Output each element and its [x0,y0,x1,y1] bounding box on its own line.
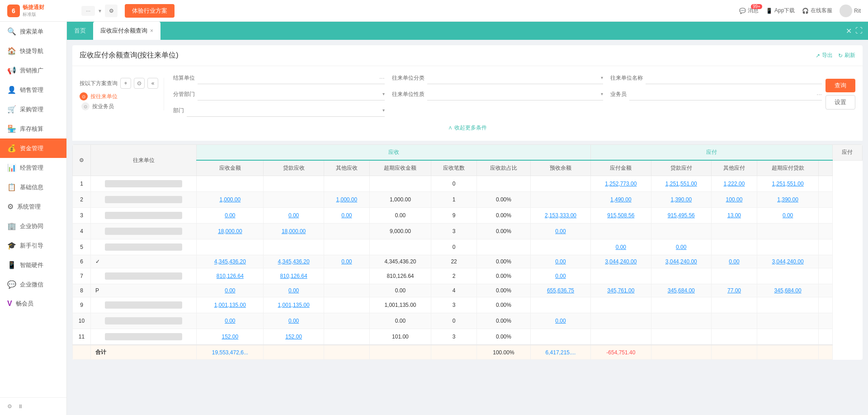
th-payable-amount: 应付金额 [591,160,651,176]
sidebar-item-business[interactable]: 📊 经营管理 [0,158,66,177]
collapse-icon: ∧ [448,124,454,131]
sidebar-item-sales[interactable]: 👤 销售管理 [0,80,66,100]
sidebar-item-search[interactable]: 🔍 搜索菜单 [0,22,66,41]
tab-expand-btn[interactable]: ⛶ [855,27,863,35]
total-row: 合计 19,553,472,6... 100.00% 6,417,215....… [73,345,863,360]
tab-close-icon[interactable]: × [150,28,153,34]
filter-collapse-btn[interactable]: « [147,78,158,89]
sidebar-item-guide[interactable]: 🎓 新手引导 [0,236,66,255]
filter-add-btn[interactable]: + [120,78,131,89]
table-settings-icon[interactable]: ⚙ [79,157,84,163]
sidebar-item-purchase[interactable]: 🛒 采购管理 [0,100,66,119]
gear-button[interactable]: ⚙ [105,5,118,17]
sidebar-item-vip[interactable]: V 畅会员 [0,294,66,313]
sidebar-item-system[interactable]: ⚙ 系统管理 [0,197,66,216]
page-title: 应收应付余额查询(按往来单位) [80,51,179,60]
filter-salesperson-field: 业务员 ··· [610,88,822,100]
sidebar-item-basicinfo[interactable]: 📋 基础信息 [0,177,66,197]
export-button[interactable]: ↗ 导出 [816,52,833,59]
message-btn[interactable]: 💬 消息 99+ [739,7,759,14]
sidebar-label-finance: 资金管理 [20,144,43,153]
sidebar-item-quicknav[interactable]: 🏠 快捷导航 [0,41,66,61]
th-payable-group: 应付 [591,145,833,161]
settlement-unit-ellipsis[interactable]: ··· [379,74,385,81]
setting-button[interactable]: 设置 [826,95,855,110]
refresh-button[interactable]: ↻ 刷新 [838,52,855,59]
query-button[interactable]: 查询 [826,79,855,92]
total-payable-extra [819,345,833,360]
tab-current[interactable]: 应收应付余额查询 × [93,22,160,40]
table-row: 7810,126.64810,126.64810,126.6420.00%0.0… [73,268,863,284]
logo-sub: 标准版 [23,11,44,18]
sidebar-label-enterprise: 企业协同 [20,222,43,230]
page-header-actions: ↗ 导出 ↻ 刷新 [816,52,855,59]
filter-salesperson-label: 按业务员 [92,103,114,110]
sidebar-collapse-icon[interactable]: ⏸ [18,403,23,410]
user-name: Rit [854,8,861,14]
partner-cell [91,176,197,192]
table-row: 11152.00152.00101.0030.00% [73,329,863,345]
table-scroll-area[interactable]: ⚙ 往来单位 应收 应付 应付 应收金额 贷款应收 其他应收 超期应收金额 [72,144,863,360]
nav-path[interactable]: ··· [81,6,95,16]
table-row: 418,000.0018,000.009,000.0030.00%0.00 [73,224,863,239]
filter-unit-name: 往来单位名称 [610,72,822,84]
dept-mgr-caret: ▾ [382,91,385,96]
sidebar-label-smarthw: 智能硬件 [20,261,43,269]
unit-name-input[interactable] [646,72,822,84]
sidebar-label-vip: 畅会员 [16,300,33,308]
filter-dept: 部门 ▾ [173,104,385,117]
filter-unit-category: 往来单位分类 ▾ [392,72,604,84]
table-row: 6✓4,345,436.204,345,436.200.004,345,436.… [73,255,863,268]
sidebar-label-guide: 新手引导 [20,242,43,250]
user-avatar [840,5,852,17]
filter-partner-label: 按往来单位 [90,93,118,100]
sidebar-item-wechat[interactable]: 💬 企业微信 [0,275,66,294]
total-receivable-count [431,345,477,360]
sidebar-label-system: 系统管理 [17,203,41,211]
total-prepaid-balance: 6,417,215.... [530,345,590,360]
unit-category-select[interactable]: ▾ [427,72,604,84]
sidebar: 🔍 搜索菜单 🏠 快捷导航 📢 营销推广 👤 销售管理 🛒 采购管理 🏪 库存核… [0,22,67,415]
sidebar-item-smarthw[interactable]: 📱 智能硬件 [0,255,66,275]
sidebar-label-business: 经营管理 [20,164,43,172]
dept-select[interactable]: ▾ [187,104,385,117]
top-bar: 6 畅捷通财 标准版 ··· ▾ ⚙ 体验行业方案 💬 消息 99+ 📱 App… [0,0,868,22]
table-row: 30.000.000.000.0090.00%2,153,333.00915,5… [73,208,863,224]
dept-mgr-select[interactable]: ▾ [198,88,385,100]
table-row: 101,252,773.001,251,551.001,222.001,251,… [73,176,863,192]
salesperson-ellipsis[interactable]: ··· [816,91,822,98]
filter-panel: 按以下方案查询 + ⊙ « ⊙ 按往来单位 ⊙ 按业务员 [72,66,863,141]
table-row: 8P0.000.000.0040.00%655,636.75345,761.00… [73,284,863,297]
total-overdue-payable [757,345,819,360]
total-other-receivable [324,345,369,360]
app-download-btn[interactable]: 📱 App下载 [766,7,795,14]
table-row: 21,000.001,000.001,000.0010.00%1,490.001… [73,192,863,208]
sidebar-item-finance[interactable]: 💰 资金管理 [0,138,66,158]
user-area[interactable]: Rit [840,5,861,17]
sidebar-item-marketing[interactable]: 📢 营销推广 [0,61,66,80]
tab-home-label: 首页 [74,27,86,35]
total-loan-receivable [264,345,324,360]
logo-area: 6 畅捷通财 标准版 [7,4,74,18]
settlement-unit-input[interactable] [198,72,379,84]
filter-by-salesperson[interactable]: ⊙ 按业务员 [80,102,114,110]
total-overdue-amount [369,345,431,360]
filter-by-partner[interactable]: ⊙ 按往来单位 [80,92,118,100]
sidebar-settings-icon[interactable]: ⚙ [7,403,12,410]
salesperson-field-input[interactable] [629,88,816,100]
filter-options-btn[interactable]: ⊙ [134,78,145,89]
nav-dropdown-icon[interactable]: ▾ [99,8,101,14]
dept-caret: ▾ [382,108,385,113]
service-btn[interactable]: 🎧 在线客服 [802,7,832,14]
sidebar-item-enterprise[interactable]: 🏢 企业协同 [0,216,66,236]
th-settings[interactable]: ⚙ [73,145,91,176]
tab-current-label: 应收应付余额查询 [100,27,147,35]
promo-button[interactable]: 体验行业方案 [125,4,175,18]
tab-home[interactable]: 首页 [67,22,93,40]
unit-nature-select[interactable]: ▾ [427,88,604,100]
tab-close-window-btn[interactable]: ✕ [846,27,852,35]
sidebar-item-inventory[interactable]: 🏪 库存核算 [0,119,66,138]
th-overdue-payable: 超期应付贷款 [757,160,819,176]
collapse-more-btn[interactable]: ∧ 收起更多条件 [80,120,855,135]
filter-settlement-unit: 结算单位 ··· [173,72,385,84]
